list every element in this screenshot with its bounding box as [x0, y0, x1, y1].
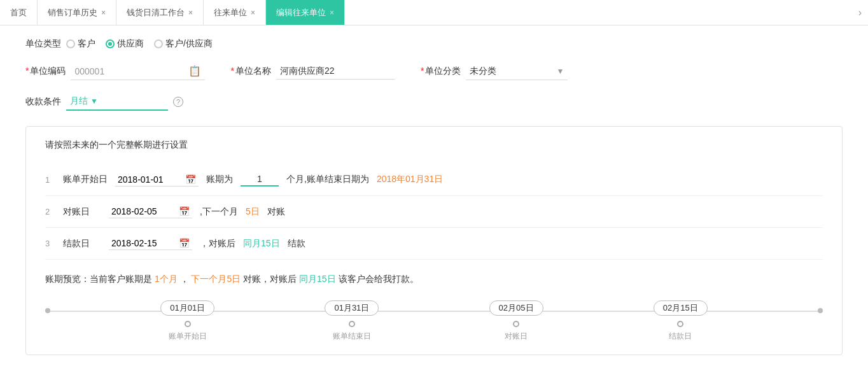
radio-customer-label: 客户 [78, 38, 95, 50]
tab-arrow[interactable]: › [852, 7, 868, 18]
row-label-2: 对账日 [63, 206, 101, 218]
payment-label: 收款条件 [25, 96, 61, 108]
preview-prefix: 账期预览：当前客户账期是 [45, 274, 152, 284]
timeline-start-dot [45, 308, 50, 313]
calendar-icon-3[interactable]: 📅 [179, 238, 190, 248]
timeline-date-1: 01月01日 [160, 300, 214, 316]
unit-category-select[interactable]: 未分类 ▼ [466, 63, 568, 80]
tab-counterparty-close[interactable]: × [251, 8, 255, 17]
preview-sep1: ， [180, 274, 189, 284]
tab-home-label: 首页 [10, 7, 27, 18]
timeline: 01月01日 账单开始日 01月31日 账单结束日 02月05日 对账日 [45, 300, 823, 342]
payment-condition-value: 月结 [70, 95, 88, 107]
calendar-icon-2[interactable]: 📅 [179, 206, 190, 216]
payment-row: 收款条件 月结 ▼ ? [25, 93, 843, 111]
timeline-node-4: 02月15日 结款日 [654, 300, 708, 342]
date-input-2: 📅 [109, 205, 192, 218]
tab-edit-counterparty[interactable]: 编辑往来单位 × [266, 0, 345, 25]
tab-cashflow-label: 钱货日清工作台 [127, 7, 185, 18]
row-number-1: 1 [45, 175, 55, 185]
radio-customer-circle [66, 39, 75, 48]
tab-sales-history[interactable]: 销售订单历史 × [38, 0, 116, 25]
radio-both[interactable]: 客户/供应商 [154, 38, 213, 50]
timeline-label-1: 账单开始日 [169, 331, 207, 342]
timeline-label-2: 账单结束日 [333, 331, 371, 342]
timeline-node-3: 02月05日 对账日 [489, 300, 543, 342]
row-label-1: 账单开始日 [63, 174, 108, 185]
unit-name-input[interactable] [276, 64, 395, 80]
tab-edit-counterparty-label: 编辑往来单位 [276, 7, 326, 18]
calendar-icon-1[interactable]: 📅 [185, 174, 196, 185]
required-mark-cat: * [421, 66, 424, 76]
unit-code-input-wrap: 📋 [71, 62, 205, 80]
preview-part1: 1个月 [155, 274, 178, 284]
payment-chevron-icon: ▼ [90, 97, 98, 106]
preview-suffix: 该客户会给我打款。 [339, 274, 419, 284]
date-field-1[interactable] [118, 174, 181, 185]
date-input-3: 📅 [109, 237, 192, 250]
setting-row-1: 1 账单开始日 📅 账期为 个月,账单结束日期为 2018年01月31日 [45, 164, 823, 196]
timeline-dot-1 [185, 321, 191, 327]
unit-category-value: 未分类 [470, 66, 554, 77]
tab-cashflow[interactable]: 钱货日清工作台 × [116, 0, 204, 25]
tab-edit-counterparty-close[interactable]: × [330, 8, 334, 17]
tab-home[interactable]: 首页 [0, 0, 38, 25]
setting-row-3: 3 结款日 📅 ，对账后 同月15日 结款 [45, 228, 823, 260]
settings-box: 请按照未来的一个完整帐期进行设置 1 账单开始日 📅 账期为 个月,账单结束日期… [25, 126, 843, 355]
suffix-3b: 同月15日 [243, 238, 280, 250]
setting-row-2: 2 对账日 📅 ,下一个月 5日 对账 [45, 196, 823, 228]
tab-counterparty-label: 往来单位 [214, 7, 247, 18]
timeline-date-4: 02月15日 [654, 300, 708, 316]
date-input-1: 📅 [115, 173, 199, 186]
preview-sep2: 对账，对账后 [243, 274, 297, 284]
unit-category-group: *单位分类 未分类 ▼ [421, 63, 568, 80]
timeline-dot-2 [349, 321, 355, 327]
help-icon[interactable]: ? [173, 97, 183, 107]
suffix-3c: 结款 [288, 238, 305, 250]
unit-code-label: *单位编码 [25, 66, 66, 77]
tab-cashflow-close[interactable]: × [188, 8, 193, 17]
unit-type-label: 单位类型 [25, 38, 61, 50]
period-end-date: 2018年01月31日 [377, 174, 443, 185]
timeline-label-3: 对账日 [505, 331, 528, 342]
unit-name-label: *单位名称 [230, 66, 270, 77]
unit-info-row: *单位编码 📋 *单位名称 *单位分类 未分类 ▼ [25, 62, 843, 80]
required-mark-name: * [230, 66, 234, 76]
copy-icon[interactable]: 📋 [188, 65, 201, 77]
suffix-2b: 5日 [246, 206, 260, 218]
preview-row: 账期预览：当前客户账期是 1个月 ， 下一个月5日 对账，对账后 同月15日 该… [45, 260, 823, 294]
tab-counterparty[interactable]: 往来单位 × [204, 0, 266, 25]
radio-both-label: 客户/供应商 [165, 38, 213, 50]
content-area: 单位类型 客户 供应商 客户/供应商 *单位编码 [0, 25, 868, 387]
timeline-end-dot [818, 308, 823, 313]
unit-code-group: *单位编码 📋 [25, 62, 205, 80]
unit-type-group: 单位类型 客户 供应商 客户/供应商 [25, 38, 213, 50]
required-mark-code: * [25, 66, 29, 76]
radio-group: 客户 供应商 客户/供应商 [66, 38, 213, 50]
radio-customer[interactable]: 客户 [66, 38, 95, 50]
period-input[interactable] [241, 172, 279, 186]
unit-name-group: *单位名称 [230, 64, 395, 80]
suffix-2a: ,下一个月 [200, 206, 238, 218]
tab-sales-history-close[interactable]: × [101, 8, 106, 17]
row-label-3: 结款日 [63, 238, 101, 250]
timeline-node-2: 01月31日 账单结束日 [325, 300, 379, 342]
payment-condition-select[interactable]: 月结 ▼ [66, 93, 168, 111]
timeline-date-3: 02月05日 [489, 300, 543, 316]
radio-supplier-label: 供应商 [117, 38, 144, 50]
unit-category-label: *单位分类 [421, 66, 461, 77]
preview-part2: 下一个月5日 [191, 274, 241, 284]
date-field-3[interactable] [111, 238, 175, 248]
timeline-node-1: 01月01日 账单开始日 [160, 300, 214, 342]
unit-code-input[interactable] [74, 66, 186, 76]
radio-supplier-circle [106, 39, 115, 48]
settings-title: 请按照未来的一个完整帐期进行设置 [45, 139, 823, 151]
row-number-2: 2 [45, 207, 55, 216]
chevron-down-icon: ▼ [556, 67, 564, 76]
row-number-3: 3 [45, 239, 55, 248]
period-unit-1: 个月,账单结束日期为 [286, 174, 369, 185]
date-field-2[interactable] [111, 206, 175, 216]
timeline-date-2: 01月31日 [325, 300, 379, 316]
tab-sales-history-label: 销售订单历史 [48, 7, 97, 18]
radio-supplier[interactable]: 供应商 [106, 38, 144, 50]
